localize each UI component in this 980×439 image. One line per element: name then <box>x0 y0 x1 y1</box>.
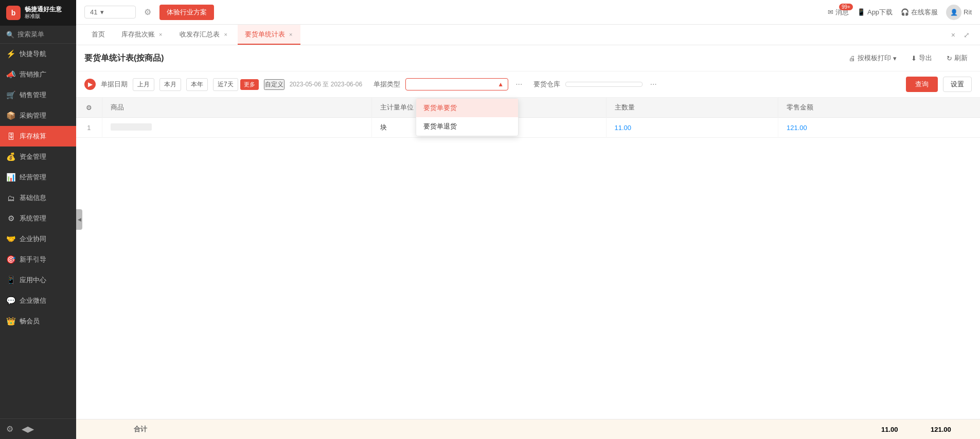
sidebar-item-label: 系统管理 <box>20 214 46 223</box>
tab-inventory-batch-label: 库存批次账 <box>121 30 155 39</box>
messages-badge: 99+ <box>839 4 853 10</box>
page-content: 要货单统计表(按商品) 🖨 按模板打印 ▾ ⬇ 导出 ↻ 刷新 <box>76 45 980 439</box>
sidebar-item-label: 采购管理 <box>20 111 46 120</box>
enterprise-icon: 🤝 <box>6 234 15 244</box>
table-container: ⚙ 商品 主计量单位 主数量 零售金额 1 <box>76 98 980 419</box>
company-selector-value: 41 <box>90 8 97 16</box>
sidebar-item-label: 库存核算 <box>20 132 46 141</box>
tab-inventory-batch[interactable]: 库存批次账 × <box>114 25 170 45</box>
messages-item[interactable]: ✉ 消息 99+ <box>828 8 849 17</box>
app-name: 畅捷通好生意 <box>25 6 62 13</box>
filter-toggle-button[interactable]: ▶ <box>84 79 96 90</box>
row-quantity-link[interactable]: 11.00 <box>615 124 632 132</box>
date-last7-button[interactable]: 近7天 <box>213 78 238 91</box>
date-last-month-button[interactable]: 上月 <box>133 78 154 91</box>
warehouse-label: 要货仓库 <box>533 80 560 89</box>
beginner-icon: 🎯 <box>6 255 15 264</box>
sidebar-item-operations[interactable]: 📊 经营管理 <box>0 167 76 188</box>
page-header: 要货单统计表(按商品) 🖨 按模板打印 ▾ ⬇ 导出 ↻ 刷新 <box>76 45 980 71</box>
sidebar-item-enterprise[interactable]: 🤝 企业协同 <box>0 229 76 249</box>
tab-receive-summary-close[interactable]: × <box>223 31 228 38</box>
refresh-label: 刷新 <box>954 53 968 63</box>
operations-icon: 📊 <box>6 173 15 182</box>
date-this-month-button[interactable]: 本月 <box>159 78 181 91</box>
sidebar-collapse-icon[interactable]: ◀▶ <box>22 424 34 434</box>
sidebar-item-member[interactable]: 👑 畅会员 <box>0 311 76 332</box>
doc-type-label: 单据类型 <box>373 80 400 89</box>
filter-more-button[interactable]: ··· <box>515 80 522 89</box>
sidebar-item-inventory[interactable]: 🗄 库存核算 <box>0 126 76 147</box>
sidebar-item-app-center[interactable]: 📱 应用中心 <box>0 270 76 290</box>
sidebar-item-label: 经营管理 <box>20 173 46 182</box>
sidebar-nav: ⚡ 快捷导航 📣 营销推广 🛒 销售管理 📦 采购管理 🗄 库存核算 💰 资金管… <box>0 44 76 418</box>
sidebar-item-label: 企业微信 <box>20 296 46 305</box>
export-button[interactable]: ⬇ 导出 <box>907 51 936 65</box>
date-custom-button[interactable]: 自定义 <box>264 79 284 90</box>
sidebar-item-label: 基础信息 <box>20 193 46 203</box>
row-quantity: 11.00 <box>606 118 778 138</box>
date-more-badge[interactable]: 更多 <box>240 79 259 90</box>
sidebar-item-base-info[interactable]: 🗂 基础信息 <box>0 188 76 208</box>
tab-inventory-batch-close[interactable]: × <box>158 31 163 38</box>
print-template-button[interactable]: 🖨 按模板打印 ▾ <box>845 51 901 65</box>
table-footer: 合计 11.00 121.00 <box>76 419 980 439</box>
col-settings[interactable]: ⚙ <box>76 98 102 118</box>
inventory-icon: 🗄 <box>6 132 15 141</box>
sidebar-collapse-button[interactable]: ◀ <box>76 209 82 230</box>
dropdown-item-order-return[interactable]: 要货单退货 <box>416 117 518 136</box>
doc-type-select[interactable]: ▲ <box>405 78 508 90</box>
online-service-item[interactable]: 🎧 在线客服 <box>901 8 938 17</box>
sidebar-item-label: 企业协同 <box>20 234 46 244</box>
tab-order-stats-close[interactable]: × <box>288 31 293 38</box>
query-button[interactable]: 查询 <box>906 77 938 92</box>
date-this-year-button[interactable]: 本年 <box>186 78 208 91</box>
tab-receive-summary[interactable]: 收发存汇总表 × <box>172 25 235 45</box>
warehouse-select[interactable] <box>565 82 643 87</box>
sidebar-item-beginner[interactable]: 🎯 新手引导 <box>0 249 76 270</box>
wechat-icon: 💬 <box>6 296 15 305</box>
table-header-row: ⚙ 商品 主计量单位 主数量 零售金额 <box>76 98 980 118</box>
sidebar-item-wechat[interactable]: 💬 企业微信 <box>0 290 76 311</box>
user-avatar-item[interactable]: 👤 Rit <box>946 5 972 20</box>
filter-settings-button[interactable]: 设置 <box>943 77 972 92</box>
doc-type-dropdown: 要货单要货 要货单退货 <box>416 98 519 136</box>
data-table: ⚙ 商品 主计量单位 主数量 零售金额 1 <box>76 98 980 138</box>
search-icon: 🔍 <box>6 31 14 39</box>
tab-order-stats-label: 要货单统计表 <box>245 30 285 39</box>
warehouse-more-button[interactable]: ··· <box>650 80 656 89</box>
sidebar-item-marketing[interactable]: 📣 营销推广 <box>0 64 76 85</box>
tab-order-stats[interactable]: 要货单统计表 × <box>238 25 300 45</box>
avatar-placeholder: 👤 <box>950 9 958 16</box>
company-selector[interactable]: 41 ▾ <box>84 6 136 19</box>
system-icon: ⚙ <box>6 214 15 223</box>
sidebar-settings-icon[interactable]: ⚙ <box>6 424 13 434</box>
tab-close-all-button[interactable]: × <box>949 30 957 40</box>
refresh-button[interactable]: ↻ 刷新 <box>942 51 972 65</box>
sidebar-search[interactable]: 🔍 搜索菜单 <box>0 26 76 44</box>
dropdown-item-order-goods[interactable]: 要货单要货 <box>416 99 518 117</box>
sidebar-item-quick-nav[interactable]: ⚡ 快捷导航 <box>0 44 76 64</box>
trial-industry-button[interactable]: 体验行业方案 <box>159 5 214 20</box>
tab-expand-button[interactable]: ⤢ <box>961 30 972 40</box>
sidebar-item-label: 畅会员 <box>20 317 40 326</box>
sidebar-item-purchase[interactable]: 📦 采购管理 <box>0 105 76 126</box>
app-download-item[interactable]: 📱 App下载 <box>857 8 893 17</box>
footer-quantity: 11.00 <box>881 426 922 433</box>
app-download-label: App下载 <box>867 8 893 17</box>
date-label: 单据日期 <box>101 80 128 89</box>
app-logo: b 畅捷通好生意 标准版 <box>0 0 76 26</box>
sidebar-item-label: 快捷导航 <box>20 49 46 59</box>
row-amount-link[interactable]: 121.00 <box>787 124 807 132</box>
topbar-right: ✉ 消息 99+ 📱 App下载 🎧 在线客服 👤 Rit <box>828 5 972 20</box>
topbar-settings-icon[interactable]: ⚙ <box>142 5 153 19</box>
tab-home[interactable]: 首页 <box>84 25 112 45</box>
product-name-placeholder <box>111 123 152 131</box>
marketing-icon: 📣 <box>6 70 15 79</box>
print-label: 按模板打印 <box>858 53 891 63</box>
filter-toggle-icon: ▶ <box>88 81 93 88</box>
sidebar-item-finance[interactable]: 💰 资金管理 <box>0 147 76 167</box>
sidebar-item-system[interactable]: ⚙ 系统管理 <box>0 208 76 229</box>
row-product <box>102 118 372 138</box>
collapse-arrow-icon: ◀ <box>78 217 81 222</box>
sidebar-item-sales[interactable]: 🛒 销售管理 <box>0 85 76 105</box>
